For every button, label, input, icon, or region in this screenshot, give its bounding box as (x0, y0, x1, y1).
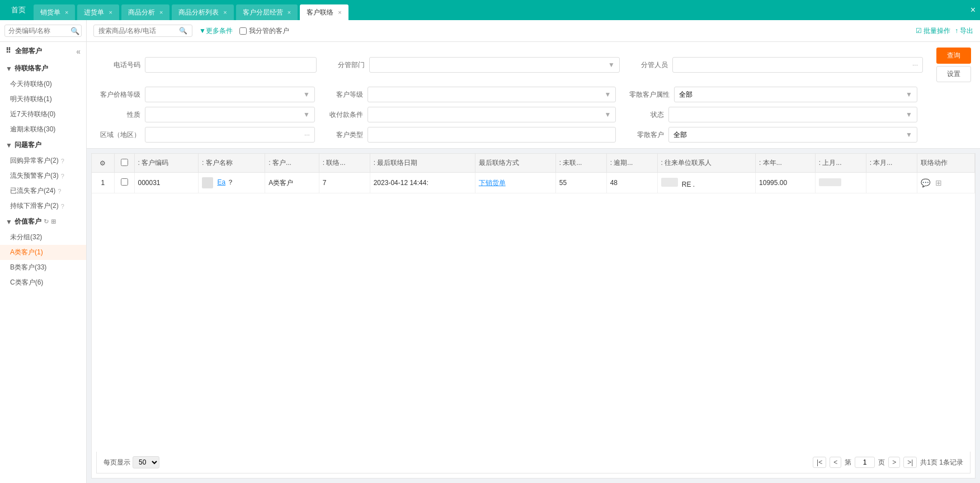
last-month-placeholder (819, 178, 841, 186)
th-name[interactable]: : 客户名称 (199, 154, 265, 173)
tab-product-analysis[interactable]: 商品分析 × (121, 4, 169, 20)
filter-search-input[interactable] (98, 27, 177, 35)
sidebar-item-class-a[interactable]: A类客户(1) (0, 245, 86, 260)
tab-segment-close[interactable]: × (288, 9, 291, 16)
filter-search-icon: 🔍 (179, 27, 187, 35)
prev-page-btn[interactable]: < (830, 457, 841, 468)
first-page-btn[interactable]: |< (813, 457, 826, 468)
sidebar-item-repurchase-abnormal[interactable]: 回购异常客户(2) ? (0, 153, 86, 168)
status-label: 状态 (625, 110, 664, 120)
th-code[interactable]: : 客户编码 (134, 154, 199, 173)
sidebar-item-declining[interactable]: 持续下滑客户(2) ? (0, 198, 86, 214)
sparse-attr-arrow-icon: ▼ (906, 91, 912, 98)
th-last-contact-method[interactable]: 最后联络方式 (475, 154, 555, 173)
customer-type-input[interactable] (368, 127, 616, 143)
sidebar-pending-contact-header[interactable]: ▼ 待联络客户 (0, 60, 86, 77)
th-company-contacts[interactable]: : 往来单位联系人 (657, 154, 756, 173)
tab-customer-segment[interactable]: 客户分层经营 × (236, 4, 298, 20)
tab-product-analysis-close[interactable]: × (159, 9, 163, 16)
th-last-contact-date[interactable]: : 最后联络日期 (370, 154, 475, 173)
tab-purchase-close[interactable]: × (109, 9, 112, 16)
pending-contact-label: 待联络客户 (15, 64, 48, 73)
tab-customer-contact[interactable]: 客户联络 × (300, 4, 348, 20)
more-conditions-btn[interactable]: ▼ 更多条件 (199, 26, 233, 36)
sidebar-all-customers-header[interactable]: ⠿ 全部客户 « (0, 42, 86, 60)
sidebar-item-tomorrow-pending[interactable]: 明天待联络(1) (0, 92, 86, 107)
class-b-label: B类客户(33) (10, 263, 46, 272)
dept-select[interactable]: ▼ (369, 57, 620, 73)
row-checkbox[interactable] (121, 178, 128, 186)
sidebar-item-7days-pending[interactable]: 近7天待联络(0) (0, 107, 86, 122)
th-type[interactable]: : 客户... (265, 154, 319, 173)
th-no-contact[interactable]: : 未联... (555, 154, 606, 173)
filter-bar: 🔍 ▼ 更多条件 我分管的客户 ☑ 批量操作 ↑ 导出 (87, 20, 980, 42)
customer-level-select[interactable]: ▼ (368, 87, 616, 102)
customer-name[interactable]: Ea (217, 178, 225, 186)
tab-product-list-close[interactable]: × (223, 9, 227, 16)
batch-operation-btn[interactable]: ☑ 批量操作 (916, 26, 950, 36)
sidebar-item-overdue-contact[interactable]: 逾期未联络(30) (0, 122, 86, 137)
payment-label: 收付款条件 (324, 110, 363, 120)
sidebar-item-ungrouped[interactable]: 未分组(32) (0, 230, 86, 245)
person-select[interactable]: ··· (672, 57, 923, 73)
phone-input[interactable] (145, 57, 317, 73)
filter-row-4: 区域（地区） ··· 客户类型 零散客户 全部 ▼ (96, 127, 971, 143)
payment-select[interactable]: ▼ (368, 107, 616, 122)
tab-product-analysis-list[interactable]: 商品分析列表 × (172, 4, 233, 20)
nature-select[interactable]: ▼ (145, 107, 315, 122)
tab-sales-order-close[interactable]: × (65, 9, 68, 16)
th-contact-count[interactable]: : 联络... (319, 154, 370, 173)
page-size-select[interactable]: 50 (133, 456, 159, 468)
sidebar-item-churn-warning[interactable]: 流失预警客户(3) ? (0, 168, 86, 183)
export-label: 导出 (960, 26, 973, 36)
sidebar-item-class-b[interactable]: B类客户(33) (0, 260, 86, 275)
td-last-month (815, 173, 866, 193)
tab-purchase-order[interactable]: 进货单 × (77, 4, 119, 20)
price-level-select[interactable]: ▼ (145, 87, 315, 102)
query-button[interactable]: 查询 (936, 48, 971, 64)
sidebar-item-today-pending[interactable]: 今天待联络(0) (0, 77, 86, 92)
my-customers-checkbox[interactable] (239, 27, 247, 35)
phone-label: 电话号码 (96, 60, 140, 70)
next-page-btn[interactable]: > (888, 457, 900, 468)
chat-icon[interactable]: 💬 (921, 178, 930, 187)
th-last-month[interactable]: : 上月... (815, 154, 866, 173)
nav-home[interactable]: 首页 (4, 0, 32, 20)
churned-label: 已流失客户(24) (10, 186, 55, 196)
sidebar-value-customers-header[interactable]: ▼ 价值客户 ↻ ⊞ (0, 214, 86, 230)
sidebar-problem-customers-header[interactable]: ▼ 问题客户 (0, 137, 86, 153)
refresh-icon[interactable]: ↻ (44, 218, 49, 225)
class-c-label: C类客户(6) (10, 278, 43, 287)
contact-method-link[interactable]: 下销货单 (479, 179, 506, 187)
nature-label: 性质 (96, 110, 140, 120)
sparse-attr-select[interactable]: 全部 ▼ (674, 87, 917, 102)
page-number-input[interactable] (855, 457, 875, 468)
pagination-right: |< < 第 页 > >| 共1页 1条记录 (813, 457, 963, 468)
th-this-year[interactable]: : 本年... (756, 154, 816, 173)
th-action[interactable]: 联络动作 (917, 154, 974, 173)
grid-icon[interactable]: ⊞ (935, 178, 942, 187)
tab-sales-order[interactable]: 销货单 × (34, 4, 75, 20)
sparse-customer-select[interactable]: 全部 ▼ (668, 127, 917, 143)
td-this-year: 10995.00 (756, 173, 816, 193)
repurchase-abnormal-label: 回购异常客户(2) (10, 156, 59, 165)
status-select[interactable]: ▼ (668, 107, 917, 122)
sidebar-item-class-c[interactable]: C类客户(6) (0, 275, 86, 290)
th-overdue[interactable]: : 逾期... (606, 154, 657, 173)
setting-button[interactable]: 设置 (936, 66, 971, 82)
last-page-btn[interactable]: >| (903, 457, 917, 468)
filter-price-level: 客户价格等级 ▼ (96, 87, 315, 102)
window-close-button[interactable]: × (970, 5, 976, 15)
sidebar-item-churned[interactable]: 已流失客户(24) ? (0, 183, 86, 198)
today-pending-label: 今天待联络(0) (10, 79, 52, 89)
collapse-icon[interactable]: « (76, 47, 81, 56)
th-this-month[interactable]: : 本月... (866, 154, 917, 173)
region-select[interactable]: ··· (145, 127, 315, 143)
settings-icon-sidebar[interactable]: ⊞ (51, 218, 56, 225)
select-all-checkbox[interactable] (121, 159, 128, 166)
customer-table: ⚙ : 客户编码 : 客户名称 : 客户... : 联络... : 最后联络日期… (92, 154, 975, 193)
filter-phone: 电话号码 (96, 57, 317, 73)
th-settings[interactable]: ⚙ (92, 154, 114, 173)
export-btn[interactable]: ↑ 导出 (955, 26, 973, 36)
tab-contact-close[interactable]: × (338, 9, 341, 16)
